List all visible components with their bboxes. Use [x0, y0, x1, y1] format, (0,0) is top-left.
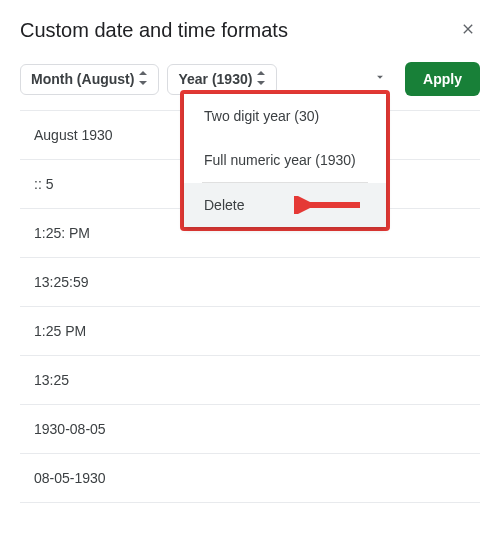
year-options-menu: Two digit year (30) Full numeric year (1…: [180, 90, 390, 231]
preset-item[interactable]: 1:25 PM: [20, 307, 480, 356]
preset-item[interactable]: 08-05-1930: [20, 454, 480, 503]
chip-month[interactable]: Month (August): [20, 64, 159, 95]
preset-item[interactable]: 1930-08-05: [20, 405, 480, 454]
menu-item-full-year[interactable]: Full numeric year (1930): [184, 138, 386, 182]
preset-item[interactable]: 13:25:59: [20, 258, 480, 307]
menu-item-delete[interactable]: Delete: [184, 183, 386, 227]
preset-item[interactable]: 13:25: [20, 356, 480, 405]
close-icon: [460, 19, 476, 41]
up-down-icon: [256, 71, 266, 88]
chevron-down-icon: [373, 70, 387, 88]
up-down-icon: [138, 71, 148, 88]
chip-label: Year (1930): [178, 71, 252, 87]
dialog-title: Custom date and time formats: [20, 19, 288, 42]
annotation-arrow-icon: [294, 196, 364, 214]
chip-label: Month (August): [31, 71, 134, 87]
menu-item-two-digit-year[interactable]: Two digit year (30): [184, 94, 386, 138]
menu-delete-label: Delete: [204, 197, 244, 213]
close-button[interactable]: [456, 16, 480, 44]
dialog-header: Custom date and time formats: [20, 16, 480, 44]
apply-button[interactable]: Apply: [405, 62, 480, 96]
